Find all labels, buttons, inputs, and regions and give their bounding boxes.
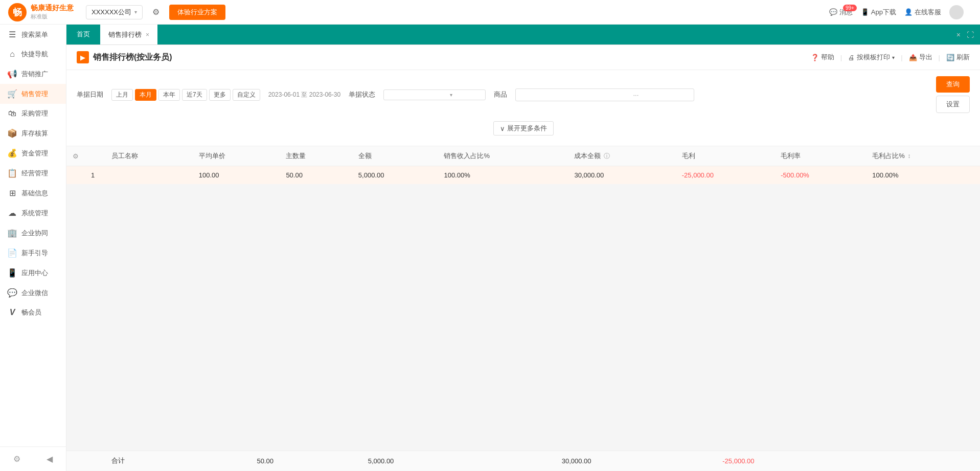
refresh-icon: 🔄 xyxy=(946,54,954,61)
app-title: 畅康通好生意 xyxy=(31,4,74,13)
date-btn-7days[interactable]: 近7天 xyxy=(182,89,207,101)
page-title: 销售排行榜(按业务员) xyxy=(93,52,172,63)
window-expand-button[interactable]: ⛶ xyxy=(967,31,974,39)
avatar[interactable] xyxy=(949,5,964,19)
sidebar-item-system[interactable]: ☁ 系统管理 xyxy=(0,203,66,223)
purchase-icon: 🛍 xyxy=(7,109,17,118)
help-button[interactable]: ❓ 帮助 xyxy=(811,53,834,62)
sidebar-item-label: 资金管理 xyxy=(21,149,48,158)
content-area: 首页 销售排行榜 × × ⛶ ▶ 销售排行榜(按业务员) xyxy=(66,25,980,471)
sidebar-item-apps[interactable]: 📱 应用中心 xyxy=(0,263,66,283)
footer-sales-pct xyxy=(508,451,555,471)
gross-pct-info-icon[interactable]: ↕ xyxy=(907,152,910,160)
company-name: XXXXXX公司 xyxy=(92,8,131,17)
tab-sales-ranking[interactable]: 销售排行榜 × xyxy=(100,25,157,44)
goods-select[interactable]: ··· xyxy=(515,88,694,101)
message-badge: 99+ xyxy=(843,5,857,11)
sidebar-settings-button[interactable]: ⚙ xyxy=(10,451,24,467)
col-gross-pct: 毛利占比% ↕ xyxy=(866,146,980,166)
service-icon: 👤 xyxy=(904,8,913,16)
app-logo: 畅 畅康通好生意 标准版 xyxy=(8,3,74,21)
cell-main-qty: 50.00 xyxy=(280,166,352,185)
basic-icon: ⊞ xyxy=(7,188,17,198)
app-subtitle: 标准版 xyxy=(31,13,74,20)
sidebar-item-purchase[interactable]: 🛍 采购管理 xyxy=(0,104,66,123)
tab-home-label: 首页 xyxy=(77,30,90,39)
company-selector[interactable]: XXXXXX公司 ▾ xyxy=(86,5,143,19)
sidebar-item-inventory[interactable]: 📦 库存核算 xyxy=(0,123,66,143)
sidebar-item-label: 采购管理 xyxy=(21,109,48,118)
date-btn-more[interactable]: 更多 xyxy=(209,89,231,101)
print-chevron-icon: ▾ xyxy=(892,55,895,60)
sidebar-bottom: ⚙ ◀ xyxy=(0,446,66,471)
system-icon: ☁ xyxy=(7,208,17,218)
sidebar-item-guide[interactable]: 📄 新手引导 xyxy=(0,243,66,263)
app-download-label: App下载 xyxy=(871,8,896,17)
logo-icon: 畅 xyxy=(8,3,27,21)
status-label: 单据状态 xyxy=(349,90,375,99)
main-area: ☰ 搜索菜单 ⌂ 快捷导航 📢 营销推广 🛒 销售管理 🛍 采购管理 📦 库 xyxy=(0,25,980,471)
filter-bar: 单据日期 上月 本月 本年 近7天 更多 自定义 2023-06-01 至 20… xyxy=(66,70,980,146)
sidebar: ☰ 搜索菜单 ⌂ 快捷导航 📢 营销推广 🛒 销售管理 🛍 采购管理 📦 库 xyxy=(0,25,66,471)
sidebar-collapse-button[interactable]: ◀ xyxy=(43,451,56,467)
app-download-button[interactable]: 📱 App下载 xyxy=(861,8,896,17)
refresh-button[interactable]: 🔄 刷新 xyxy=(946,53,970,62)
sidebar-item-label: 库存核算 xyxy=(21,129,48,138)
footer-label: 合计 xyxy=(105,451,203,471)
sidebar-item-wechat[interactable]: 💬 企业微信 xyxy=(0,283,66,303)
col-cost: 成本全额 ⓘ xyxy=(568,146,675,166)
cell-amount: 5,000.00 xyxy=(352,166,438,185)
data-table: ⚙ 员工名称 平均单价 主数量 xyxy=(66,146,980,185)
sidebar-item-shortcut[interactable]: ⌂ 快捷导航 xyxy=(0,44,66,64)
page-header: ▶ 销售排行榜(按业务员) ❓ 帮助 | 🖨 按模板打印 ▾ xyxy=(66,45,980,70)
table-summary-footer: 合计 50.00 5,000.00 xyxy=(66,451,980,471)
date-btn-last-month[interactable]: 上月 xyxy=(111,89,133,101)
col-settings[interactable]: ⚙ xyxy=(66,146,85,166)
date-range: 2023-06-01 至 2023-06-30 xyxy=(268,91,340,99)
table-container: ⚙ 员工名称 平均单价 主数量 xyxy=(66,146,980,185)
table-row: 1 100.00 50.00 xyxy=(66,166,980,185)
sidebar-item-label: 应用中心 xyxy=(21,268,48,278)
cost-info-icon[interactable]: ⓘ xyxy=(604,152,610,160)
tab-bar: 首页 销售排行榜 × × ⛶ xyxy=(66,25,980,45)
date-btn-this-year[interactable]: 本年 xyxy=(158,89,180,101)
cell-gross-pct: 100.00% xyxy=(866,166,980,185)
col-gross-rate: 毛利率 xyxy=(774,146,866,166)
date-btn-custom[interactable]: 自定义 xyxy=(233,89,260,101)
page-actions: ❓ 帮助 | 🖨 按模板打印 ▾ | 📤 导出 xyxy=(811,53,970,62)
sidebar-item-enterprise[interactable]: 🏢 企业协同 xyxy=(0,223,66,243)
sidebar-item-member[interactable]: V 畅会员 xyxy=(0,303,66,322)
sidebar-item-label: 畅会员 xyxy=(21,308,41,317)
settings-button[interactable]: 设置 xyxy=(936,96,970,113)
guide-icon: 📄 xyxy=(7,248,17,258)
tab-home[interactable]: 首页 xyxy=(66,25,100,44)
online-service-button[interactable]: 👤 在线客服 xyxy=(904,8,941,17)
cell-gross-rate: -500.00% xyxy=(774,166,866,185)
trial-button[interactable]: 体验行业方案 xyxy=(169,5,225,20)
cell-avg-price: 100.00 xyxy=(193,166,280,185)
footer-amount: 5,000.00 xyxy=(362,451,509,471)
sidebar-item-finance[interactable]: 💰 资金管理 xyxy=(0,143,66,163)
cell-cost: 30,000.00 xyxy=(568,166,675,185)
tab-close-button[interactable]: × xyxy=(146,31,149,38)
expand-filters-button[interactable]: ∨ 展开更多条件 xyxy=(493,121,554,136)
window-close-button[interactable]: × xyxy=(956,31,961,39)
back-arrow-button[interactable]: ▶ xyxy=(77,51,89,63)
topbar-settings-button[interactable]: ⚙ xyxy=(149,5,163,19)
print-button[interactable]: 🖨 按模板打印 ▾ xyxy=(848,53,895,62)
sidebar-item-sales[interactable]: 🛒 销售管理 xyxy=(0,84,66,104)
message-button[interactable]: 💬 消息 99+ xyxy=(829,8,853,17)
sidebar-item-basic[interactable]: ⊞ 基础信息 xyxy=(0,183,66,203)
sidebar-item-operation[interactable]: 📋 经营管理 xyxy=(0,163,66,183)
status-select[interactable]: ▾ xyxy=(383,89,486,100)
export-button[interactable]: 📤 导出 xyxy=(909,53,932,62)
sidebar-item-marketing[interactable]: 📢 营销推广 xyxy=(0,64,66,84)
query-button[interactable]: 查询 xyxy=(936,76,970,93)
sidebar-item-label: 基础信息 xyxy=(21,189,48,198)
download-icon: 📱 xyxy=(861,8,869,16)
date-btn-this-month[interactable]: 本月 xyxy=(135,89,156,101)
print-icon: 🖨 xyxy=(848,54,855,61)
sidebar-item-search[interactable]: ☰ 搜索菜单 xyxy=(0,25,66,44)
tab-right-controls: × ⛶ xyxy=(956,25,980,44)
main-content: ▶ 销售排行榜(按业务员) ❓ 帮助 | 🖨 按模板打印 ▾ xyxy=(66,45,980,471)
